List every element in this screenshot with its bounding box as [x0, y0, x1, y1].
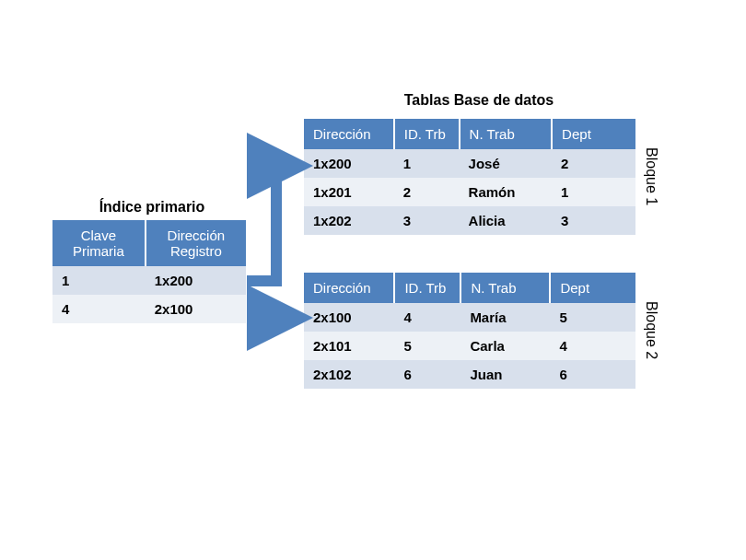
cell-name: Alicia: [460, 206, 553, 235]
table-row: 1 1x200: [52, 266, 246, 295]
block1-label: Bloque 1: [643, 147, 659, 205]
idx-key: 1: [52, 266, 146, 295]
cell-dept: 1: [552, 178, 635, 206]
hdr-addr: Dirección: [304, 119, 394, 149]
cell-addr: 2x102: [304, 360, 394, 389]
idx-header-addr: Dirección Registro: [146, 220, 246, 266]
cell-id: 2: [394, 178, 460, 206]
hdr-id: ID. Trb: [394, 119, 460, 149]
cell-name: María: [460, 303, 550, 332]
hdr-name: N. Trab: [460, 119, 553, 149]
table-row: 2x101 5 Carla 4: [304, 332, 635, 360]
cell-name: Ramón: [460, 178, 553, 206]
hdr-id: ID. Trb: [394, 273, 460, 303]
data-tables-title: Tablas Base de datos: [396, 92, 562, 109]
table-row: 1x200 1 José 2: [304, 149, 635, 178]
table-row: 4 2x100: [52, 295, 246, 323]
cell-dept: 4: [550, 332, 635, 360]
index-title: Índice primario: [87, 199, 216, 216]
table-row: 2x102 6 Juan 6: [304, 360, 635, 389]
hdr-name: N. Trab: [460, 273, 550, 303]
table-row: 1x201 2 Ramón 1: [304, 178, 635, 206]
cell-id: 1: [394, 149, 460, 178]
cell-name: José: [460, 149, 553, 178]
block2-label: Bloque 2: [643, 301, 659, 359]
cell-dept: 2: [552, 149, 635, 178]
hdr-dept: Dept: [552, 119, 635, 149]
block2-table: Dirección ID. Trb N. Trab Dept 2x100 4 M…: [304, 273, 635, 389]
idx-header-key: Clave Primaria: [52, 220, 146, 266]
idx-key: 4: [52, 295, 146, 323]
cell-id: 6: [394, 360, 460, 389]
cell-dept: 5: [550, 303, 635, 332]
idx-addr: 1x200: [146, 266, 246, 295]
hdr-addr: Dirección: [304, 273, 394, 303]
idx-addr: 2x100: [146, 295, 246, 323]
table-row: 2x100 4 María 5: [304, 303, 635, 332]
cell-addr: 2x100: [304, 303, 394, 332]
cell-dept: 3: [552, 206, 635, 235]
arrow-to-block1: [247, 166, 302, 281]
hdr-dept: Dept: [550, 273, 635, 303]
cell-dept: 6: [550, 360, 635, 389]
cell-addr: 1x201: [304, 178, 394, 206]
cell-addr: 2x101: [304, 332, 394, 360]
table-row: 1x202 3 Alicia 3: [304, 206, 635, 235]
block1-table: Dirección ID. Trb N. Trab Dept 1x200 1 J…: [304, 119, 635, 235]
cell-id: 5: [394, 332, 460, 360]
cell-name: Carla: [460, 332, 550, 360]
cell-name: Juan: [460, 360, 550, 389]
cell-id: 4: [394, 303, 460, 332]
cell-id: 3: [394, 206, 460, 235]
index-table: Clave Primaria Dirección Registro 1 1x20…: [52, 220, 246, 323]
cell-addr: 1x202: [304, 206, 394, 235]
cell-addr: 1x200: [304, 149, 394, 178]
